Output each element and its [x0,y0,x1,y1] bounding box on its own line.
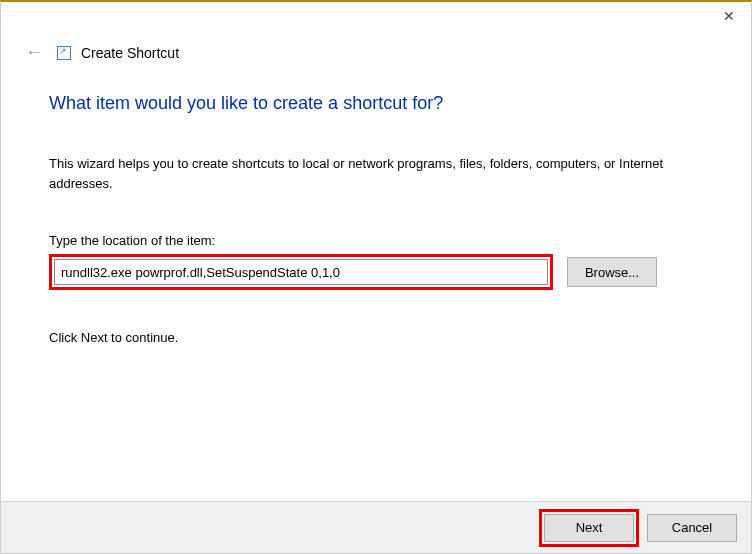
location-input[interactable] [54,259,548,285]
titlebar: ✕ [1,2,751,32]
wizard-footer: Next Cancel [1,501,751,553]
wizard-question: What item would you like to create a sho… [49,93,703,114]
location-label: Type the location of the item: [49,233,703,248]
next-button[interactable]: Next [544,514,634,542]
back-arrow-icon: ← [21,42,47,63]
continue-hint: Click Next to continue. [49,330,703,345]
close-icon[interactable]: ✕ [723,8,735,24]
next-highlight: Next [539,509,639,547]
shortcut-icon [57,46,71,60]
location-row: Browse... [49,254,703,290]
wizard-title: Create Shortcut [81,45,179,61]
wizard-description: This wizard helps you to create shortcut… [49,154,703,193]
cancel-button[interactable]: Cancel [647,514,737,542]
wizard-content: What item would you like to create a sho… [1,63,751,345]
browse-button[interactable]: Browse... [567,257,657,287]
location-highlight [49,254,553,290]
wizard-header: ← Create Shortcut [1,32,751,63]
